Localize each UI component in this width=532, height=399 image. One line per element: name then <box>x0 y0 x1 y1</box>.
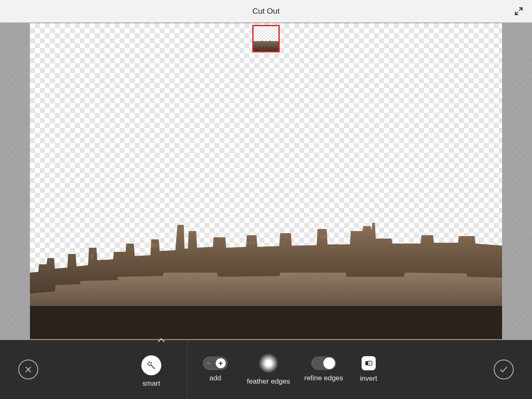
refine-toggle-knob <box>323 357 335 369</box>
confirm-button[interactable] <box>494 360 514 379</box>
svg-line-1 <box>515 12 518 15</box>
svg-point-14 <box>149 362 150 363</box>
navigator-skyline <box>254 38 278 41</box>
add-toggle[interactable]: − + <box>203 357 228 370</box>
minus-icon: − <box>205 360 211 367</box>
svg-rect-10 <box>321 235 322 239</box>
svg-rect-6 <box>156 244 157 248</box>
svg-line-0 <box>520 8 522 10</box>
invert-icon-bg <box>362 356 376 370</box>
invert-icon <box>365 359 373 367</box>
cancel-button[interactable] <box>18 360 38 379</box>
svg-rect-11 <box>324 235 325 239</box>
expand-icon <box>514 7 523 16</box>
navigator-thumbnail[interactable] <box>252 25 280 52</box>
svg-rect-8 <box>249 241 251 245</box>
page-title: Cut Out <box>252 7 279 16</box>
plus-icon: + <box>216 358 226 368</box>
svg-rect-4 <box>91 254 93 259</box>
bottom-toolbar: smart − + add feather edges refine edges… <box>0 340 532 399</box>
smart-tool-label: smart <box>143 379 160 388</box>
image-canvas[interactable] <box>30 23 502 339</box>
feather-tool-label: feather edges <box>247 377 290 386</box>
foreground-image <box>30 219 502 339</box>
toolbar-divider <box>187 340 187 399</box>
navigator-photo <box>254 41 278 51</box>
svg-rect-2 <box>30 306 502 339</box>
expand-button[interactable] <box>513 5 525 17</box>
svg-rect-7 <box>246 241 247 245</box>
refine-edges-tool[interactable]: refine edges <box>304 357 343 382</box>
add-tool-label: add <box>209 374 221 382</box>
magic-wand-icon <box>146 360 157 371</box>
svg-rect-9 <box>253 241 254 245</box>
header-bar: Cut Out <box>0 0 532 22</box>
svg-point-16 <box>149 365 150 366</box>
svg-line-18 <box>150 365 155 369</box>
svg-rect-3 <box>88 254 89 259</box>
feather-icon <box>259 353 278 373</box>
feather-edges-tool[interactable]: feather edges <box>247 353 290 386</box>
svg-rect-5 <box>153 244 154 248</box>
smart-tool[interactable]: smart <box>141 351 161 388</box>
smart-tool-icon-bg <box>141 355 161 375</box>
check-icon <box>499 365 508 374</box>
refine-tool-label: refine edges <box>304 374 343 382</box>
refine-toggle[interactable] <box>311 357 336 370</box>
add-tool[interactable]: − + add <box>203 357 228 382</box>
svg-point-15 <box>148 364 148 365</box>
close-icon <box>24 365 32 374</box>
invert-tool-label: invert <box>360 374 377 383</box>
svg-point-17 <box>151 362 152 363</box>
invert-tool[interactable]: invert <box>360 356 377 383</box>
canvas-area[interactable] <box>0 22 532 340</box>
